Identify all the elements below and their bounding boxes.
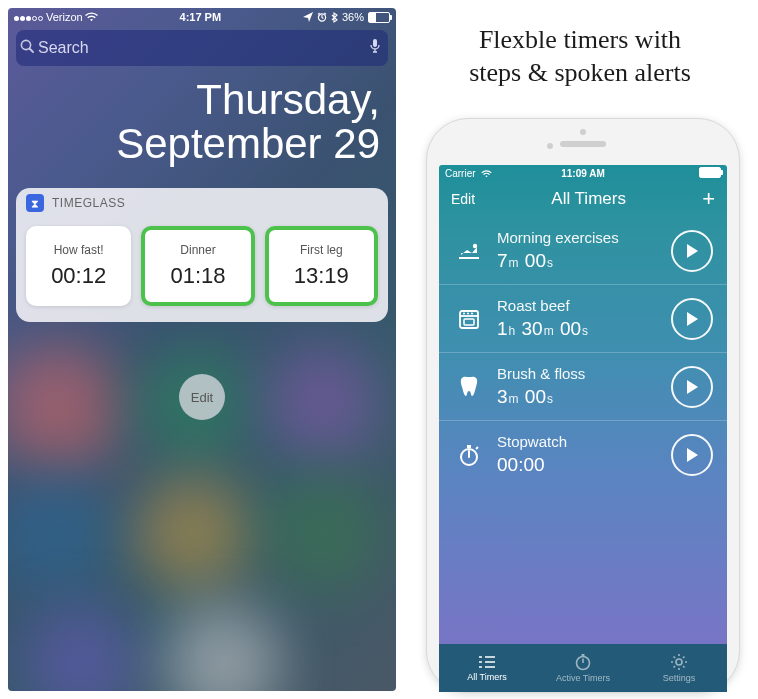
signal-dots-icon bbox=[14, 8, 44, 26]
tab-icon bbox=[670, 653, 688, 671]
nav-title: All Timers bbox=[475, 189, 702, 209]
iphone-frame: Carrier 11:09 AM Edit All Timers + Morni… bbox=[426, 118, 740, 693]
timer-title: Roast beef bbox=[497, 297, 671, 314]
search-icon bbox=[16, 38, 38, 59]
edit-widgets-button[interactable]: Edit bbox=[179, 374, 225, 420]
edit-label: Edit bbox=[191, 390, 213, 405]
svg-point-7 bbox=[463, 312, 465, 314]
widget-tile[interactable]: First leg13:19 bbox=[265, 226, 378, 306]
widget-tile[interactable]: Dinner01:18 bbox=[141, 226, 254, 306]
promo-headline: Flexble timers with steps & spoken alert… bbox=[410, 8, 750, 99]
stopwatch-icon bbox=[453, 439, 485, 471]
tile-time: 01:18 bbox=[170, 263, 225, 289]
tab-label: Settings bbox=[663, 673, 696, 683]
timer-title: Stopwatch bbox=[497, 433, 671, 450]
status-time: 4:17 PM bbox=[98, 8, 303, 26]
tile-time: 00:12 bbox=[51, 263, 106, 289]
app-screen: Carrier 11:09 AM Edit All Timers + Morni… bbox=[439, 165, 727, 692]
timer-duration: 7m 00s bbox=[497, 250, 671, 272]
svg-line-2 bbox=[30, 48, 34, 52]
svg-line-14 bbox=[476, 447, 478, 449]
tab-settings[interactable]: Settings bbox=[631, 644, 727, 692]
status-time: 11:09 AM bbox=[537, 168, 629, 179]
widget-app-name: TIMEGLASS bbox=[52, 196, 125, 210]
timer-title: Morning exercises bbox=[497, 229, 671, 246]
svg-rect-3 bbox=[373, 39, 377, 47]
carrier-label: Verizon bbox=[46, 8, 83, 26]
widget-screen: Verizon 4:17 PM 36% Search Thursday, Sep… bbox=[8, 8, 396, 691]
headline-line1: Flexble timers with bbox=[479, 25, 681, 54]
tab-active-timers[interactable]: Active Timers bbox=[535, 644, 631, 692]
svg-point-9 bbox=[471, 312, 473, 314]
svg-point-4 bbox=[473, 243, 477, 247]
headline-line2: steps & spoken alerts bbox=[469, 58, 691, 87]
timeglass-widget[interactable]: ⧗ TIMEGLASS How fast!00:12Dinner01:18Fir… bbox=[16, 188, 388, 322]
promo-panel: Flexble timers with steps & spoken alert… bbox=[410, 8, 750, 691]
timer-duration: 00:00 bbox=[497, 454, 671, 476]
nav-bar: Edit All Timers + bbox=[439, 181, 727, 217]
svg-line-23 bbox=[674, 657, 676, 659]
today-date: Thursday, September 29 bbox=[116, 78, 380, 166]
wifi-icon bbox=[481, 170, 492, 178]
tab-label: All Timers bbox=[467, 672, 507, 682]
svg-point-8 bbox=[467, 312, 469, 314]
hourglass-icon: ⧗ bbox=[26, 194, 44, 212]
battery-icon bbox=[368, 12, 390, 23]
svg-line-26 bbox=[674, 666, 676, 668]
svg-line-25 bbox=[683, 657, 685, 659]
tab-all-timers[interactable]: All Timers bbox=[439, 644, 535, 692]
svg-rect-10 bbox=[464, 319, 474, 325]
sensor-dot bbox=[580, 129, 586, 135]
spotlight-search[interactable]: Search bbox=[16, 30, 388, 66]
wifi-icon bbox=[85, 12, 98, 22]
widget-tile[interactable]: How fast!00:12 bbox=[26, 226, 131, 306]
svg-rect-12 bbox=[467, 445, 471, 448]
svg-rect-17 bbox=[582, 654, 585, 656]
timer-row[interactable]: Morning exercises7m 00s bbox=[439, 217, 727, 285]
mic-icon[interactable] bbox=[362, 38, 388, 58]
bluetooth-icon bbox=[331, 12, 338, 23]
location-icon bbox=[303, 12, 313, 22]
tab-icon bbox=[574, 653, 592, 671]
oven-icon bbox=[453, 303, 485, 335]
tooth-icon bbox=[453, 371, 485, 403]
timer-title: Brush & floss bbox=[497, 365, 671, 382]
tab-bar: All TimersActive TimersSettings bbox=[439, 644, 727, 692]
timer-duration: 1h 30m 00s bbox=[497, 318, 671, 340]
timer-row[interactable]: Stopwatch00:00 bbox=[439, 421, 727, 488]
play-button[interactable] bbox=[671, 366, 713, 408]
tile-label: First leg bbox=[300, 243, 343, 257]
play-button[interactable] bbox=[671, 434, 713, 476]
widget-header: ⧗ TIMEGLASS bbox=[16, 188, 388, 218]
exercise-icon bbox=[453, 235, 485, 267]
play-button[interactable] bbox=[671, 230, 713, 272]
tab-label: Active Timers bbox=[556, 673, 610, 683]
battery-pct: 36% bbox=[342, 8, 364, 26]
speaker-slot bbox=[560, 141, 606, 147]
date-line2: September 29 bbox=[116, 122, 380, 166]
status-bar: Carrier 11:09 AM bbox=[439, 165, 727, 181]
status-bar: Verizon 4:17 PM 36% bbox=[8, 8, 396, 26]
timer-duration: 3m 00s bbox=[497, 386, 671, 408]
nav-add-button[interactable]: + bbox=[702, 186, 715, 212]
alarm-icon bbox=[317, 12, 327, 22]
carrier-label: Carrier bbox=[445, 168, 476, 179]
battery-icon bbox=[699, 167, 721, 178]
tile-time: 13:19 bbox=[294, 263, 349, 289]
tile-label: Dinner bbox=[180, 243, 215, 257]
search-placeholder: Search bbox=[38, 39, 362, 57]
timer-row[interactable]: Roast beef1h 30m 00s bbox=[439, 285, 727, 353]
front-camera bbox=[547, 143, 553, 149]
svg-line-24 bbox=[683, 666, 685, 668]
timer-row[interactable]: Brush & floss3m 00s bbox=[439, 353, 727, 421]
svg-point-18 bbox=[676, 659, 682, 665]
play-button[interactable] bbox=[671, 298, 713, 340]
tab-icon bbox=[477, 654, 497, 670]
date-line1: Thursday, bbox=[116, 78, 380, 122]
tile-label: How fast! bbox=[54, 243, 104, 257]
nav-edit-button[interactable]: Edit bbox=[451, 191, 475, 207]
